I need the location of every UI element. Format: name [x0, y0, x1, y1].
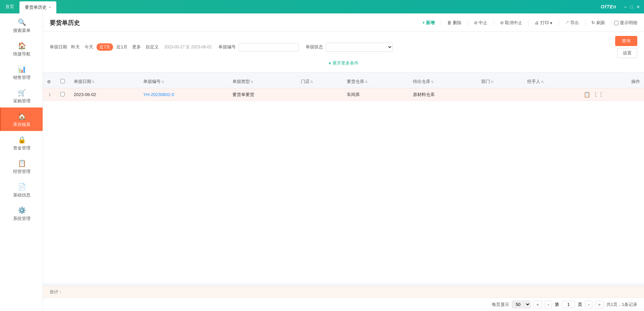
cell-req-warehouse: 车间库: [343, 88, 409, 101]
logo-text: OfTEn: [597, 4, 621, 9]
sidebar-item-finance[interactable]: 🔒 资金管理: [0, 131, 43, 154]
minimize-icon[interactable]: ─: [624, 4, 627, 9]
delete-row-icon[interactable]: ⋮⋮: [593, 91, 604, 98]
query-button[interactable]: 查询: [615, 36, 637, 46]
tab-close-icon[interactable]: ×: [49, 5, 51, 10]
sidebar-item-operations[interactable]: 📋 经营管理: [0, 154, 43, 178]
shortcut-last1month[interactable]: 近1月: [115, 43, 129, 51]
next-page-button[interactable]: ›: [585, 301, 592, 308]
sidebar-item-purchase[interactable]: 🛒 采购管理: [0, 84, 43, 107]
page-size-select[interactable]: 20 50 100: [512, 301, 531, 308]
shortcut-yesterday[interactable]: 昨天: [70, 43, 81, 51]
sidebar-item-system[interactable]: ⚙️ 系统管理: [0, 202, 43, 225]
col-date[interactable]: 单据日期⇅: [70, 75, 139, 88]
date-range-text: 2023-05-27 至 2023-06-02: [164, 44, 211, 50]
dept-sort-icon: ⇅: [491, 80, 493, 84]
shortcut-today[interactable]: 今天: [83, 43, 95, 51]
date-filter-label: 单据日期: [50, 44, 67, 50]
col-action: 操作: [580, 75, 644, 88]
col-order-no[interactable]: 单据编号⇅: [139, 75, 228, 88]
shortcut-last7days[interactable]: 近7天: [97, 43, 113, 51]
order-no-input[interactable]: [238, 43, 299, 51]
cell-order-no[interactable]: YH-20230602-0: [139, 88, 228, 101]
cancel-stop-button[interactable]: ⊘ 取消中止: [497, 18, 526, 28]
basic-info-icon: 📄: [18, 183, 26, 191]
print-button[interactable]: 🖨 打印 ▾: [531, 18, 556, 28]
date-sort-icon: ⇅: [92, 80, 95, 84]
col-store[interactable]: 门店⇅: [297, 75, 343, 88]
cell-order-type: 要货单要货: [228, 88, 297, 101]
cell-date: 2023-06-02: [70, 88, 139, 101]
edit-icon[interactable]: 📋: [584, 91, 590, 98]
pagination-bar: 每页显示 20 50 100 « ‹ 第 页 › » 共1页，1条记录: [43, 298, 644, 311]
tab-home[interactable]: 首页: [0, 0, 19, 13]
query-btn-group: 查询 设置: [615, 36, 637, 58]
sep4: [528, 19, 529, 26]
date-filter-group: 单据日期 昨天 今天 近7天 近1月 更多 自定义 2023-05-27 至 2…: [50, 43, 212, 51]
stop-button[interactable]: ⊘ 中止: [471, 18, 491, 28]
first-page-button[interactable]: «: [533, 301, 542, 308]
col-settings[interactable]: ⚙: [43, 75, 56, 88]
sep6: [585, 19, 585, 26]
row-select-checkbox[interactable]: [60, 92, 65, 96]
table-row: 1 2023-06-02 YH-20230602-0 要货单要货 车间库 原材料…: [43, 88, 644, 101]
shortcut-more[interactable]: 更多: [131, 43, 142, 51]
quick-nav-icon: 🏠: [18, 42, 26, 50]
sep7: [611, 19, 611, 26]
page-label: 页: [578, 302, 582, 308]
prev-page-button[interactable]: ‹: [545, 301, 552, 308]
toolbar: + 新增 🗑 删除 ⊘ 中止 ⊘ 取消中止 🖨 打印 ▾ ↗ 导出 ↻: [419, 18, 637, 28]
delete-button[interactable]: 🗑 删除: [444, 18, 465, 28]
col-req-warehouse[interactable]: 要货仓库⇅: [343, 75, 409, 88]
page-header: 要货单历史 + 新增 🗑 删除 ⊘ 中止 ⊘ 取消中止 🖨 打印 ▾ ↗ 导: [43, 13, 644, 32]
refresh-button[interactable]: ↻ 刷新: [588, 18, 608, 28]
search-menu-icon: 🔍: [18, 18, 26, 26]
sep1: [441, 19, 441, 26]
sep5: [558, 19, 559, 26]
new-button[interactable]: + 新增: [419, 18, 438, 28]
finance-icon: 🔒: [18, 136, 26, 144]
export-button[interactable]: ↗ 导出: [561, 18, 583, 28]
sidebar-item-quick-nav[interactable]: 🏠 快捷导航: [0, 37, 43, 60]
top-bar-right: OfTEn ─ □ ✕: [597, 4, 644, 9]
order-no-label: 单据编号: [218, 44, 236, 50]
status-select[interactable]: [326, 43, 393, 52]
expand-icon: ▾: [329, 61, 331, 66]
date-shortcuts: 昨天 今天 近7天 近1月 更多 自定义: [70, 43, 160, 51]
order-type-sort-icon: ⇅: [251, 80, 253, 84]
filter-row-1: 单据日期 昨天 今天 近7天 近1月 更多 自定义 2023-05-27 至 2…: [50, 36, 637, 58]
status-label: 单据状态: [306, 44, 323, 50]
sidebar: 🔍 搜索菜单 🏠 快捷导航 📊 销售管理 🛒 采购管理 🏠 库存核算 🔒 资金管…: [0, 13, 43, 311]
operations-icon: 📋: [18, 159, 26, 167]
cell-pending-warehouse: 原材料仓库: [409, 88, 477, 101]
system-icon: ⚙️: [18, 206, 26, 214]
expand-filter-button[interactable]: ▾ 展开更多条件: [50, 58, 637, 68]
sidebar-item-basic-info[interactable]: 📄 基础信息: [0, 178, 43, 202]
col-pending-warehouse[interactable]: 待出仓库⇅: [409, 75, 477, 88]
shortcut-custom[interactable]: 自定义: [144, 43, 160, 51]
col-checkbox: [56, 75, 70, 88]
filter-area: 单据日期 昨天 今天 近7天 近1月 更多 自定义 2023-05-27 至 2…: [43, 32, 644, 73]
sidebar-item-inventory[interactable]: 🏠 库存核算: [0, 107, 43, 131]
row-checkbox: [56, 88, 70, 101]
setting-button[interactable]: 设置: [617, 48, 637, 58]
col-order-type[interactable]: 单据类型⇅: [228, 75, 297, 88]
sidebar-item-search-menu[interactable]: 🔍 搜索菜单: [0, 13, 43, 37]
page-number-input[interactable]: [562, 301, 575, 308]
cell-handler: [523, 88, 579, 101]
page-size-label: 每页显示: [492, 302, 509, 308]
col-department[interactable]: 部门⇅: [477, 75, 523, 88]
req-warehouse-sort-icon: ⇅: [365, 80, 368, 84]
table-footer: 合计：: [43, 286, 644, 298]
select-all-checkbox[interactable]: [60, 79, 65, 83]
col-handler[interactable]: 经手人⇅: [523, 75, 579, 88]
last-page-button[interactable]: »: [595, 301, 603, 308]
display-detail-checkbox[interactable]: [614, 21, 619, 25]
handler-sort-icon: ⇅: [541, 80, 544, 84]
order-no-filter-group: 单据编号: [218, 43, 299, 51]
tab-order-history[interactable]: 要货单历史 ×: [19, 1, 56, 13]
sidebar-item-sales[interactable]: 📊 销售管理: [0, 60, 43, 84]
close-window-icon[interactable]: ✕: [636, 4, 640, 9]
sep3: [494, 19, 494, 26]
maximize-icon[interactable]: □: [630, 4, 633, 9]
